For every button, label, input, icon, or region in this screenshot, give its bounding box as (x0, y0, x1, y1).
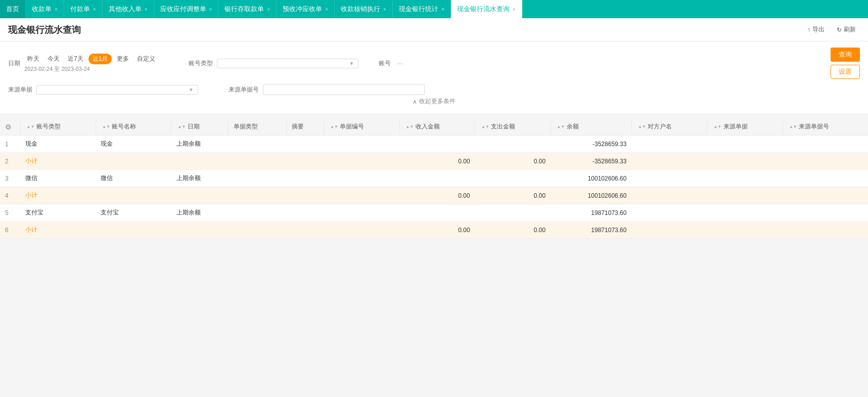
nav-prepay-offset-close[interactable]: × (325, 7, 328, 12)
sort-date-icon: ▲▼ (177, 124, 186, 129)
date-yesterday[interactable]: 昨天 (24, 54, 42, 64)
date-shortcuts: 昨天 今天 近7天 近1月 更多 自定义 (24, 54, 158, 64)
td-doc-type (229, 136, 286, 153)
td-account-type: 小计 (20, 222, 96, 239)
td-expense: 0.00 (475, 222, 551, 239)
td-doc-type (229, 170, 286, 187)
nav-bank-flow-close[interactable]: × (513, 7, 516, 12)
td-doc-no (324, 136, 399, 153)
th-account-name[interactable]: ▲▼ 账号名称 (96, 118, 171, 136)
td-date (171, 222, 229, 239)
date-1month[interactable]: 近1月 (88, 54, 112, 64)
sort-income-icon: ▲▼ (406, 124, 414, 129)
nav-bank-flow[interactable]: 现金银行流水查询 × (451, 0, 522, 18)
th-counterparty[interactable]: ▲▼ 对方户名 (631, 118, 707, 136)
td-account-name: 支付宝 (96, 204, 171, 222)
table-row[interactable]: 2小计0.000.00-3528659.33 (0, 153, 868, 170)
gear-icon[interactable]: ⚙ (5, 123, 12, 131)
th-doc-no[interactable]: ▲▼ 单据编号 (324, 118, 399, 136)
table-row[interactable]: 4小计0.000.00100102606.60 (0, 187, 868, 204)
table-row[interactable]: 3微信微信上期余额100102606.60 (0, 170, 868, 187)
sort-counterparty-icon: ▲▼ (638, 124, 646, 129)
nav-other-income[interactable]: 其他收入单 × (103, 0, 154, 18)
th-income[interactable]: ▲▼ 收入金额 (399, 118, 475, 136)
th-balance-label: 余额 (567, 123, 579, 130)
td-account-type: 支付宝 (20, 204, 96, 222)
nav-collection-exec[interactable]: 收款核销执行 × (335, 0, 393, 18)
td-index: 2 (0, 153, 20, 170)
td-summary (286, 187, 324, 204)
td-balance: 100102606.60 (551, 170, 631, 187)
table-body: 1现金现金上期余额-3528659.332小计0.000.00-3528659.… (0, 136, 868, 239)
page-header: 现金银行流水查询 ↑ 导出 ↻ 刷新 (0, 18, 868, 41)
filter-row-2: 来源单据 ▼ 来源单据号 (8, 84, 860, 95)
nav-home-label: 首页 (6, 5, 19, 14)
nav-bank-deposit[interactable]: 银行存取款单 × (218, 0, 277, 18)
td-source-doc-no (783, 222, 868, 239)
settings-button[interactable]: 设置 (831, 65, 860, 79)
table-row[interactable]: 5支付宝支付宝上期余额19871073.60 (0, 204, 868, 222)
date-more[interactable]: 更多 (114, 54, 132, 64)
nav-adjustment[interactable]: 应收应付调整单 × (154, 0, 219, 18)
th-balance[interactable]: ▲▼ 余额 (551, 118, 631, 136)
td-source-doc-no (783, 170, 868, 187)
th-doc-type-label: 单据类型 (234, 123, 258, 130)
nav-bank-stats-label: 现金银行统计 (399, 5, 438, 14)
nav-payment-close[interactable]: × (93, 7, 96, 12)
td-account-name: 现金 (96, 136, 171, 153)
nav-receipt-close[interactable]: × (55, 7, 58, 12)
account-dots-icon[interactable]: ··· (395, 59, 405, 67)
td-source-doc (707, 204, 783, 222)
filter-row-1: 日期 昨天 今天 近7天 近1月 更多 自定义 2023-02-24 至 202… (8, 48, 860, 79)
date-7days[interactable]: 近7天 (65, 54, 86, 64)
account-type-select[interactable]: ▼ (217, 59, 358, 68)
account-type-label: 账号类型 (189, 59, 213, 68)
nav-home[interactable]: 首页 (0, 0, 26, 18)
td-doc-no (324, 222, 399, 239)
table-row[interactable]: 1现金现金上期余额-3528659.33 (0, 136, 868, 153)
date-custom[interactable]: 自定义 (134, 54, 158, 64)
th-source-doc-no[interactable]: ▲▼ 来源单据号 (783, 118, 868, 136)
th-gear[interactable]: ⚙ (0, 118, 20, 136)
td-date: 上期余额 (171, 204, 229, 222)
td-expense (475, 170, 551, 187)
nav-bank-stats-close[interactable]: × (441, 7, 444, 12)
account-filter: 账号 ··· (379, 59, 405, 68)
th-source-doc[interactable]: ▲▼ 来源单据 (707, 118, 783, 136)
nav-adjustment-close[interactable]: × (209, 7, 212, 12)
nav-bank-stats[interactable]: 现金银行统计 × (393, 0, 451, 18)
collapse-up-icon: ∧ (413, 98, 417, 105)
td-source-doc (707, 222, 783, 239)
date-today[interactable]: 今天 (44, 54, 63, 64)
td-balance: -3528659.33 (551, 136, 631, 153)
nav-bank-deposit-close[interactable]: × (267, 7, 270, 12)
td-account-name (96, 153, 171, 170)
th-account-type[interactable]: ▲▼ 账号类型 (20, 118, 96, 136)
nav-other-income-label: 其他收入单 (109, 5, 142, 14)
table-row[interactable]: 6小计0.000.0019871073.60 (0, 222, 868, 239)
td-source-doc (707, 153, 783, 170)
th-date[interactable]: ▲▼ 日期 (171, 118, 229, 136)
refresh-button[interactable]: ↻ 刷新 (833, 23, 860, 36)
td-index: 3 (0, 170, 20, 187)
collapse-bar[interactable]: ∧ 收起更多条件 (8, 95, 860, 108)
th-expense[interactable]: ▲▼ 支出金额 (475, 118, 551, 136)
header-actions: ↑ 导出 ↻ 刷新 (803, 23, 860, 36)
nav-collection-exec-close[interactable]: × (383, 7, 386, 12)
td-index: 6 (0, 222, 20, 239)
source-doc-select[interactable]: ▼ (36, 85, 198, 95)
td-index: 5 (0, 204, 20, 222)
query-button[interactable]: 查询 (831, 48, 860, 62)
nav-prepay-offset[interactable]: 预收冲应收单 × (277, 0, 335, 18)
source-doc-no-input[interactable] (263, 84, 425, 95)
th-doc-type: 单据类型 (229, 118, 286, 136)
td-source-doc (707, 187, 783, 204)
account-type-filter: 账号类型 ▼ (189, 59, 358, 68)
export-button[interactable]: ↑ 导出 (803, 23, 829, 36)
data-table: ⚙ ▲▼ 账号类型 ▲▼ 账号名称 ▲▼ 日期 单据类型 摘 (0, 118, 868, 239)
nav-payment[interactable]: 付款单 × (64, 0, 103, 18)
td-counterparty (631, 136, 707, 153)
td-income (399, 170, 475, 187)
nav-receipt[interactable]: 收款单 × (26, 0, 64, 18)
nav-other-income-close[interactable]: × (145, 7, 148, 12)
